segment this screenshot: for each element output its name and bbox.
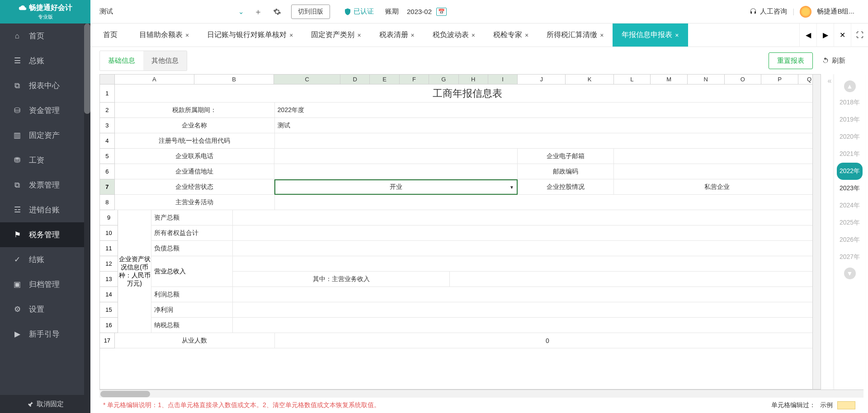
horizontal-scrollbar[interactable]: [99, 390, 863, 398]
cell[interactable]: 企业经营状态: [115, 179, 274, 195]
row-header-17[interactable]: 17: [100, 333, 115, 348]
tab-2[interactable]: 固定资产类别×: [302, 23, 370, 47]
col-P[interactable]: P: [761, 75, 798, 84]
cell[interactable]: [233, 210, 821, 225]
row-header-7[interactable]: 7: [100, 179, 115, 195]
cell[interactable]: [450, 272, 821, 287]
sidebar-item-6[interactable]: ⧉发票管理: [0, 173, 90, 197]
cell[interactable]: [233, 256, 821, 272]
cell[interactable]: 资产总额: [151, 210, 233, 225]
close-icon[interactable]: ×: [357, 32, 361, 39]
col-A[interactable]: A: [115, 75, 194, 84]
cell[interactable]: 企业控股情况: [518, 179, 614, 195]
close-icon[interactable]: ×: [185, 32, 189, 39]
tab-scroll-right[interactable]: ▶: [816, 23, 834, 47]
period-value[interactable]: 2023-02: [407, 8, 432, 15]
row-header-2[interactable]: 2: [100, 103, 115, 118]
row-header-10[interactable]: 10: [100, 225, 118, 241]
year-2018年[interactable]: 2018年: [837, 94, 863, 111]
row-header-13[interactable]: 13: [100, 272, 118, 287]
close-icon[interactable]: ×: [472, 32, 475, 39]
cell[interactable]: [233, 287, 821, 302]
cell[interactable]: [233, 225, 821, 241]
row-header-12[interactable]: 12: [100, 256, 118, 272]
sidebar-item-11[interactable]: ⚙设置: [0, 297, 90, 322]
sidebar-item-10[interactable]: ▣归档管理: [0, 272, 90, 297]
reset-report-button[interactable]: 重置报表: [769, 52, 813, 69]
year-2022年[interactable]: 2022年: [837, 163, 863, 180]
switch-old-version-button[interactable]: 切到旧版: [291, 5, 330, 19]
manual-service-link[interactable]: 人工咨询: [749, 7, 787, 16]
sidebar-item-5[interactable]: ⛃工资: [0, 148, 90, 173]
year-2023年[interactable]: 2023年: [837, 180, 863, 197]
col-K[interactable]: K: [566, 75, 613, 84]
subtab-base-info[interactable]: 基础信息: [100, 51, 143, 70]
row-header-16[interactable]: 16: [100, 318, 118, 333]
row-header-9[interactable]: 9: [100, 210, 118, 225]
tab-close-all[interactable]: ✕: [834, 23, 851, 47]
year-2026年[interactable]: 2026年: [837, 231, 863, 249]
plus-icon[interactable]: ＋: [253, 7, 263, 17]
tab-5[interactable]: 税检专家×: [484, 23, 538, 47]
col-B[interactable]: B: [194, 75, 274, 84]
cell[interactable]: 利润总额: [151, 287, 233, 302]
year-2024年[interactable]: 2024年: [837, 197, 863, 214]
unpin-button[interactable]: 取消固定: [0, 395, 90, 413]
row-header-14[interactable]: 14: [100, 287, 118, 302]
cell[interactable]: 负债总额: [151, 241, 233, 256]
cell[interactable]: 企业名称: [115, 118, 275, 133]
row-header-8[interactable]: 8: [100, 195, 115, 210]
year-2020年[interactable]: 2020年: [837, 128, 863, 145]
collapse-year-panel-icon[interactable]: «: [826, 74, 834, 390]
year-2027年[interactable]: 2027年: [837, 249, 863, 266]
tab-3[interactable]: 税表清册×: [370, 23, 424, 47]
subtab-other-info[interactable]: 其他信息: [143, 51, 187, 70]
cell[interactable]: 净利润: [151, 302, 233, 318]
year-2021年[interactable]: 2021年: [837, 145, 863, 163]
period-label-cell[interactable]: 税款所属期间：: [115, 103, 275, 118]
col-F[interactable]: F: [400, 75, 429, 84]
col-O[interactable]: O: [725, 75, 762, 84]
tab-home[interactable]: 首页: [90, 23, 130, 47]
tab-6[interactable]: 所得税汇算清缴×: [538, 23, 613, 47]
vertical-scrollbar[interactable]: [812, 75, 821, 389]
cell[interactable]: [614, 164, 821, 179]
cell[interactable]: 0: [275, 333, 821, 348]
sidebar-item-2[interactable]: ⧉报表中心: [0, 73, 90, 98]
spreadsheet[interactable]: ABCDEFGHIJKLMNOPQ 1工商年报信息表2税款所属期间：2022年度…: [99, 74, 821, 390]
row-header-11[interactable]: 11: [100, 241, 118, 256]
sidebar-item-7[interactable]: ☲进销台账: [0, 197, 90, 222]
refresh-button[interactable]: 刷新: [822, 56, 845, 65]
close-icon[interactable]: ×: [675, 32, 679, 39]
corner-cell[interactable]: [100, 75, 115, 84]
avatar[interactable]: [800, 6, 811, 18]
sidebar-scrollbar[interactable]: [84, 23, 90, 413]
tab-0[interactable]: 目辅助余额表×: [130, 23, 198, 47]
row-header-6[interactable]: 6: [100, 164, 115, 179]
cell[interactable]: 其中：主营业务收入: [233, 272, 450, 287]
close-icon[interactable]: ×: [600, 32, 604, 39]
col-N[interactable]: N: [688, 75, 725, 84]
row-header-5[interactable]: 5: [100, 149, 115, 164]
gear-icon[interactable]: [272, 7, 282, 17]
cell[interactable]: [233, 241, 821, 256]
sidebar-item-0[interactable]: ⌂首页: [0, 23, 90, 48]
cell[interactable]: [233, 318, 821, 333]
cell[interactable]: 从业人数: [115, 333, 275, 348]
cell[interactable]: 企业电子邮箱: [518, 149, 614, 164]
sidebar-item-3[interactable]: ⛁资金管理: [0, 98, 90, 123]
year-2025年[interactable]: 2025年: [837, 214, 863, 231]
cell[interactable]: [275, 195, 821, 210]
col-H[interactable]: H: [459, 75, 488, 84]
close-icon[interactable]: ×: [525, 32, 528, 39]
sidebar-item-9[interactable]: ✓结账: [0, 247, 90, 272]
row-header-1[interactable]: 1: [100, 84, 115, 103]
col-M[interactable]: M: [651, 75, 688, 84]
col-C[interactable]: C: [274, 75, 340, 84]
col-D[interactable]: D: [340, 75, 370, 84]
sidebar-item-12[interactable]: ▶新手引导: [0, 322, 90, 347]
user-name[interactable]: 畅捷通B组...: [817, 7, 854, 16]
fullscreen-icon[interactable]: ⛶: [851, 23, 868, 47]
col-I[interactable]: I: [488, 75, 518, 84]
row-header-3[interactable]: 3: [100, 118, 115, 133]
